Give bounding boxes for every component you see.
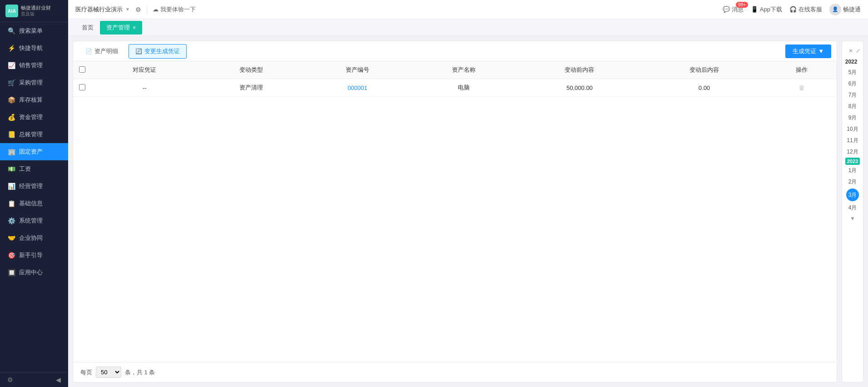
- basic-info-icon: 📋: [7, 200, 15, 207]
- sidebar-item-guide[interactable]: 🎯新手引导: [0, 247, 68, 264]
- tab-close-icon[interactable]: ×: [133, 25, 136, 31]
- sidebar-item-salary[interactable]: 💵工资: [0, 160, 68, 178]
- sidebar-item-operations[interactable]: 📊经营管理: [0, 178, 68, 195]
- topbar: 医疗器械行业演示 ▼ ⚙ ☁ 我要体验一下 💬 消息 99+ 📱 App下载 🎧…: [68, 0, 868, 19]
- delete-row-icon[interactable]: 🗑: [799, 84, 805, 91]
- logo-sub: 普及版: [21, 11, 51, 17]
- month-item-2022-7月[interactable]: 7月: [845, 89, 860, 101]
- panel-header: ✕ ⤢: [842, 45, 863, 57]
- topbar-right: 💬 消息 99+ 📱 App下载 🎧 在线客服 👤 畅捷通: [723, 4, 861, 15]
- select-all-checkbox[interactable]: [79, 66, 85, 73]
- sidebar-item-ledger[interactable]: 📒总账管理: [0, 126, 68, 143]
- month-item-2023-2月[interactable]: 2月: [845, 176, 860, 188]
- month-item-2023-1月[interactable]: 1月: [845, 165, 860, 176]
- sidebar-label-system: 系统管理: [19, 217, 43, 225]
- tab-home[interactable]: 首页: [75, 21, 100, 35]
- change-voucher-icon: 🔄: [135, 48, 142, 55]
- expand-panel-icon[interactable]: ⤢: [855, 47, 861, 55]
- topbar-settings-icon[interactable]: ⚙: [135, 6, 141, 13]
- sidebar: AtA 畅捷通好业财 普及版 🔍搜索菜单⚡快捷导航📈销售管理🛒采购管理📦库存核算…: [0, 0, 68, 387]
- sidebar-item-system[interactable]: ⚙️系统管理: [0, 212, 68, 229]
- sidebar-item-cooperation[interactable]: 🤝企业协同: [0, 229, 68, 247]
- collapse-icon[interactable]: ◀: [56, 376, 61, 383]
- sub-tab-asset-detail[interactable]: 📄 资产明细: [79, 44, 125, 59]
- generate-voucher-button[interactable]: 生成凭证 ▼: [785, 45, 831, 58]
- logo-text: 畅捷通好业财: [21, 5, 51, 11]
- app-download-action[interactable]: 📱 App下载: [751, 5, 782, 14]
- search-icon: 🔍: [7, 27, 15, 35]
- month-item-2022-12月[interactable]: 12月: [845, 146, 860, 158]
- online-service-action[interactable]: 🎧 在线客服: [789, 5, 822, 14]
- month-item-2022-11月[interactable]: 11月: [845, 135, 860, 146]
- month-item-2022-10月[interactable]: 10月: [845, 124, 860, 135]
- user-profile[interactable]: 👤 畅捷通: [829, 4, 861, 15]
- app-center-icon: 🔲: [7, 269, 15, 276]
- sidebar-item-fixed-assets[interactable]: 🏢固定资产: [0, 143, 68, 160]
- sidebar-label-ledger: 总账管理: [19, 130, 43, 139]
- purchase-icon: 🛒: [7, 79, 15, 86]
- close-panel-icon[interactable]: ✕: [848, 47, 854, 55]
- row-checkbox[interactable]: [79, 84, 85, 90]
- sidebar-item-inventory[interactable]: 📦库存核算: [0, 91, 68, 109]
- data-table: 对应凭证 变动类型 资产编号 资产名称 变动前内容 变动后内容 操作 --: [73, 61, 837, 97]
- sidebar-label-salary: 工资: [19, 165, 31, 173]
- col-after: 变动后内容: [642, 61, 767, 79]
- sidebar-item-basic-info[interactable]: 📋基础信息: [0, 195, 68, 212]
- total-count: 条，共 1 条: [125, 368, 155, 377]
- content-wrapper: 📄 资产明细 🔄 变更生成凭证 生成凭证 ▼: [68, 36, 868, 387]
- row-change-type: 资产清理: [198, 79, 304, 97]
- guide-icon: 🎯: [7, 252, 15, 259]
- sidebar-bottom: ⚙ ◀: [0, 372, 68, 387]
- month-item-2022-5月[interactable]: 5月: [845, 67, 860, 78]
- col-change-type: 变动类型: [198, 61, 304, 79]
- per-page-select[interactable]: 50 20 100: [96, 367, 121, 378]
- sidebar-label-purchase: 采购管理: [19, 79, 43, 87]
- month-item-2023-4月[interactable]: 4月: [845, 202, 860, 213]
- scroll-down-arrow-icon[interactable]: ▼: [848, 213, 857, 223]
- message-action[interactable]: 💬 消息 99+: [723, 5, 744, 14]
- month-item-2023-3月[interactable]: 3月: [846, 189, 859, 201]
- sub-tab-change-voucher[interactable]: 🔄 变更生成凭证: [129, 44, 187, 59]
- sidebar-item-sales[interactable]: 📈销售管理: [0, 57, 68, 74]
- quick-nav-icon: ⚡: [7, 45, 15, 52]
- sidebar-label-inventory: 库存核算: [19, 96, 43, 104]
- row-operation: 🗑: [767, 79, 837, 97]
- sidebar-label-quick-nav: 快捷导航: [19, 44, 43, 52]
- dropdown-arrow-icon: ▼: [818, 48, 824, 55]
- sidebar-logo: AtA 畅捷通好业财 普及版: [0, 0, 68, 22]
- sidebar-item-search[interactable]: 🔍搜索菜单: [0, 22, 68, 40]
- experience-button[interactable]: ☁ 我要体验一下: [153, 5, 196, 14]
- app-download-icon: 📱: [751, 6, 758, 13]
- sales-icon: 📈: [7, 62, 15, 69]
- sidebar-label-basic-info: 基础信息: [19, 199, 43, 208]
- sidebar-item-purchase[interactable]: 🛒采购管理: [0, 74, 68, 91]
- message-icon: 💬: [723, 6, 730, 13]
- per-page-label: 每页: [80, 368, 92, 377]
- sidebar-item-quick-nav[interactable]: ⚡快捷导航: [0, 40, 68, 57]
- company-selector[interactable]: 医疗器械行业演示 ▼: [75, 5, 130, 14]
- month-item-2022-6月[interactable]: 6月: [845, 78, 860, 89]
- row-asset-name: 电脑: [411, 79, 517, 97]
- month-item-2022-9月[interactable]: 9月: [845, 112, 860, 124]
- row-voucher: --: [91, 79, 198, 97]
- sidebar-label-search: 搜索菜单: [19, 27, 43, 35]
- col-operation: 操作: [767, 61, 837, 79]
- topbar-divider: [147, 5, 147, 14]
- tab-asset-mgmt[interactable]: 资产管理 ×: [100, 21, 142, 35]
- avatar: 👤: [829, 4, 841, 15]
- settings-bottom-icon[interactable]: ⚙: [7, 376, 13, 383]
- service-icon: 🎧: [789, 6, 797, 13]
- month-item-2022-8月[interactable]: 8月: [845, 101, 860, 112]
- logo-icon: AtA: [5, 5, 18, 17]
- sidebar-nav: 🔍搜索菜单⚡快捷导航📈销售管理🛒采购管理📦库存核算💰资金管理📒总账管理🏢固定资产…: [0, 22, 68, 372]
- col-asset-code: 资产编号: [304, 61, 411, 79]
- col-asset-name: 资产名称: [411, 61, 517, 79]
- finance-icon: 💰: [7, 114, 15, 121]
- sidebar-label-app-center: 应用中心: [19, 268, 43, 277]
- sidebar-label-guide: 新手引导: [19, 251, 43, 259]
- sidebar-item-finance[interactable]: 💰资金管理: [0, 109, 68, 126]
- operations-icon: 📊: [7, 183, 15, 190]
- fixed-assets-icon: 🏢: [7, 148, 15, 155]
- sidebar-label-cooperation: 企业协同: [19, 234, 43, 242]
- sidebar-item-app-center[interactable]: 🔲应用中心: [0, 264, 68, 281]
